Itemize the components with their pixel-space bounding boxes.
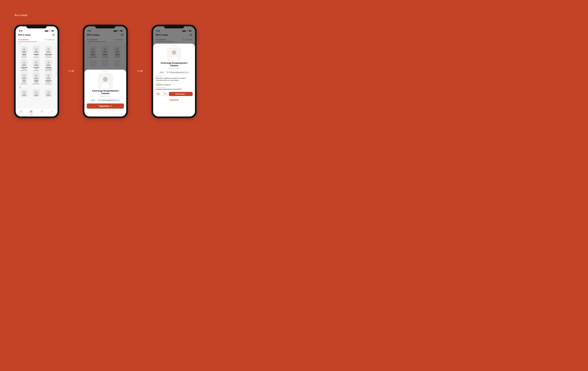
alpha-letter[interactable]: Ю [56,74,57,75]
last-name: Герасимова [43,54,54,55]
alpha-letter[interactable]: Ф [56,67,57,68]
avatar [45,46,52,53]
svg-rect-15 [20,111,22,112]
alpha-letter[interactable]: К [56,56,57,57]
alpha-letter[interactable]: Ш [56,71,57,72]
room-pill[interactable]: 201-5 [159,71,165,74]
nav-calendar[interactable] [20,110,22,114]
screen: 9:41 ▮▮▮▮ ВУЗ в лицах По фамилии По кафе… [84,26,126,117]
sheet-drag-handle[interactable] [103,71,108,72]
svg-point-7 [35,61,37,64]
schedule-button[interactable]: Расписание › [169,92,193,96]
person-card[interactable] [31,89,42,97]
alpha-letter[interactable]: М [56,58,57,59]
svg-rect-2 [54,31,54,31]
person-card[interactable]: ГовороваАлександраВадимовна [43,59,54,71]
svg-line-27 [53,112,53,113]
alpha-letter[interactable]: И [56,55,57,56]
patronymic: Геннадьевна [43,83,54,85]
person-card[interactable]: ГоловСергейВикторович [18,72,30,85]
bottom-nav [16,108,57,117]
svg-point-4 [35,48,37,50]
first-name: Виктория [43,55,54,56]
teams-button[interactable]: Tᵢ [162,92,168,96]
last-name: Графов [31,80,42,82]
patronymic: Михайлович [18,70,30,71]
svg-point-6 [23,61,25,64]
email-button[interactable] [156,92,161,96]
alpha-letter[interactable]: Д [56,50,57,51]
last-name: Гаргарин [31,54,42,55]
person-card[interactable] [43,89,54,97]
person-card[interactable]: ГареевМатвейПавлович [18,46,30,58]
alpha-letter[interactable]: Щ [56,72,57,73]
svg-point-5 [47,48,50,50]
person-name: Александр ВладимировичТабаков [156,62,193,67]
mail-icon [157,93,159,95]
sheet-drag-handle[interactable] [171,45,177,46]
alpha-letter[interactable]: У [56,66,57,67]
avatar [33,46,40,53]
alpha-letter[interactable]: Е [56,51,57,52]
person-card[interactable]: ГерасимоваВикторияИльинична [43,46,54,58]
alpha-letter[interactable]: Т [56,65,57,65]
first-name: Пётр [31,55,42,56]
person-card[interactable]: ГаргаринПётрЭмирович [31,46,42,58]
more-button[interactable]: Подробнее [156,98,193,102]
alpha-letter[interactable]: Б [56,47,57,48]
more-button[interactable]: Подробнее ↗ [87,103,124,109]
nav-search[interactable] [51,110,54,114]
person-card[interactable]: ГредякинаМарияГеннадьевна [43,72,54,85]
alpha-letter[interactable]: Х [56,68,57,69]
nav-location[interactable] [40,110,43,114]
alpha-index[interactable]: АБВГДЕЖЗИКЛМНОПРСТУФХЦЧШЩЮЯ [56,46,57,76]
last-name: Говорова [43,67,54,68]
nav-directory[interactable] [30,110,33,114]
room-pill[interactable]: 201-5 [90,99,96,102]
first-name: Мария [43,82,54,83]
alpha-letter[interactable]: С [56,64,57,65]
tab-by-lastname[interactable]: По фамилии [18,38,37,42]
phone-1: 9:41 ▮▮▮▮ ВУЗ в лицах По фамилии По каф [14,25,59,118]
phone-2: 9:41 ▮▮▮▮ ВУЗ в лицах По фамилии По кафе… [83,25,128,118]
address-pill[interactable]: 2-я Красноармейская ул., д. 5 [166,71,189,74]
directory-content[interactable]: АБВГДЕЖЗИКЛМНОПРСТУФХЦЧШЩЮЯ Г ГареевМатв… [16,42,57,110]
address-pill[interactable]: 2-я Красноармейская ул., д. 5 [97,99,121,102]
alpha-letter[interactable]: З [56,54,57,55]
arrow-icon: ⟶ [137,68,143,73]
avatar [168,47,180,60]
alpha-letter[interactable]: О [56,60,57,61]
avatar [45,72,52,79]
teams-icon: Tᵢ [164,93,166,95]
faculty-value: Факультет судебных экспертиз и права в с… [156,77,193,81]
alpha-letter[interactable]: П [56,61,57,62]
menu-icon[interactable] [52,34,55,36]
patronymic: Михайлович [31,83,42,85]
person-card[interactable]: ГладышевСтепанМихайлович [18,59,30,71]
alpha-letter[interactable]: Г [56,49,57,50]
person-card[interactable] [18,89,30,97]
alpha-letter[interactable]: Я [56,75,57,76]
alpha-letter[interactable]: Ж [56,52,57,54]
chevron-right-icon: › [186,93,186,95]
patronymic: Андреевич [31,70,42,71]
svg-point-11 [47,75,50,77]
last-name: Гредякина [43,80,54,82]
person-card-sheet: Александр ВладимировичТабаков доцент к.н… [84,70,126,117]
alpha-letter[interactable]: Л [56,57,57,58]
person-name: Александр ВладимировичТабаков [87,89,124,95]
person-card[interactable]: ГрафовТимурМихайлович [31,72,42,85]
alpha-letter[interactable]: Ч [56,70,57,71]
patronymic: Ильинична [43,56,54,58]
screen: 9:41 ▮▮▮▮ ВУЗ в лицах По фамилии По кафе… [153,26,195,117]
alpha-letter[interactable]: Ц [56,69,57,70]
alpha-letter[interactable]: В [56,48,57,49]
tab-by-department[interactable]: По кафедре [37,38,55,42]
svg-point-9 [23,75,25,77]
alpha-letter[interactable]: Р [56,62,57,63]
person-card[interactable]: ГлухановЛевАндреевич [31,59,42,71]
alpha-letter[interactable]: Н [56,59,57,60]
people-grid: ГареевМатвейПавловичГаргаринПётрЭмирович… [16,45,57,85]
alpha-letter[interactable]: А [56,46,57,47]
people-grid [16,89,57,98]
